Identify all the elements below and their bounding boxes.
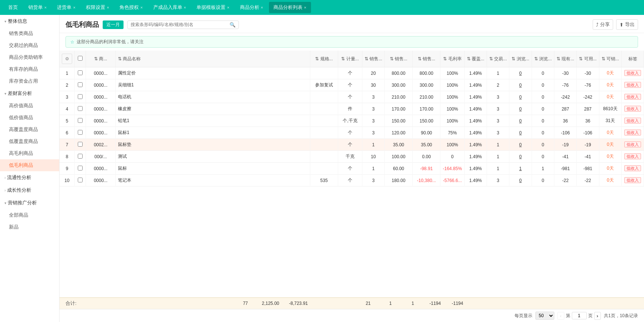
- nav-close-purchase[interactable]: ×: [73, 5, 75, 10]
- row-checkbox[interactable]: [78, 82, 83, 87]
- cell-view1[interactable]: 0: [509, 91, 532, 103]
- cell-check[interactable]: [75, 67, 86, 79]
- page-size-select[interactable]: 50 100 200: [535, 312, 554, 320]
- nav-close-permissions[interactable]: ×: [107, 5, 109, 10]
- cell-check[interactable]: [75, 115, 86, 127]
- nav-close-product-warehouse[interactable]: ×: [184, 5, 186, 10]
- cell-gross-rate: 100%: [440, 115, 464, 127]
- cell-sales-qty: 1: [362, 163, 384, 175]
- nav-close-analysis-list[interactable]: ×: [304, 5, 306, 10]
- row-checkbox[interactable]: [78, 178, 83, 182]
- prev-page-button[interactable]: ‹: [557, 312, 564, 320]
- cell-coverage: 1.49%: [464, 163, 487, 175]
- sidebar-item-low-gross[interactable]: 低毛利商品: [0, 159, 59, 171]
- nav-close-template[interactable]: ×: [227, 5, 229, 10]
- next-page-button[interactable]: ›: [594, 312, 601, 320]
- row-checkbox[interactable]: [78, 94, 83, 99]
- settings-icon[interactable]: ⚙: [62, 54, 72, 64]
- footer-sales-amt: 2,125.00: [257, 301, 285, 306]
- cell-check[interactable]: [75, 163, 86, 175]
- nav-close-analysis[interactable]: ×: [261, 5, 263, 10]
- view1-link[interactable]: 0: [519, 95, 522, 100]
- row-checkbox[interactable]: [78, 118, 83, 123]
- table-container[interactable]: ⚙ ⇅ 商... ⇅ 商品名称 ⇅ 规格...: [60, 51, 644, 297]
- cell-view1[interactable]: 0: [509, 151, 532, 163]
- sidebar-item-high-coverage[interactable]: 高覆盖度商品: [0, 124, 59, 136]
- cell-check[interactable]: [75, 151, 86, 163]
- nav-close-roles[interactable]: ×: [140, 5, 142, 10]
- view1-link[interactable]: 0: [519, 178, 522, 183]
- nav-product-warehouse[interactable]: 产成品入库单 ×: [149, 2, 190, 13]
- nav-analysis-list[interactable]: 商品分析列表 ×: [269, 2, 311, 13]
- period-button[interactable]: 近一月: [103, 20, 124, 29]
- cell-view1[interactable]: 0: [509, 115, 532, 127]
- sidebar-group-flow-title[interactable]: › 流通性分析: [0, 171, 59, 184]
- view1-link[interactable]: 1: [519, 166, 522, 171]
- cell-code: 0002...: [86, 139, 116, 151]
- sidebar-item-sales-products[interactable]: 销售类商品: [0, 28, 59, 39]
- chevron-down-icon-3: ▾: [4, 201, 6, 205]
- cell-view1[interactable]: 0: [509, 175, 532, 186]
- cell-view1[interactable]: 0: [509, 103, 532, 115]
- cell-check[interactable]: [75, 175, 86, 186]
- sidebar-group-growth-title[interactable]: › 成长性分析: [0, 184, 59, 197]
- cell-view1[interactable]: 0: [509, 127, 532, 139]
- select-all-checkbox[interactable]: [78, 56, 83, 61]
- cell-view1[interactable]: 0: [509, 67, 532, 79]
- col-header-check[interactable]: [75, 51, 86, 67]
- sidebar-item-category-sales-rate[interactable]: 商品分类助销率: [0, 51, 59, 63]
- search-input[interactable]: [131, 22, 230, 27]
- cell-code: 0000...: [86, 163, 116, 175]
- view1-link[interactable]: 0: [519, 142, 522, 147]
- sidebar-item-inventory-products[interactable]: 有库存的商品: [0, 63, 59, 75]
- cell-check[interactable]: [75, 127, 86, 139]
- nav-permissions[interactable]: 权限设置 ×: [81, 2, 113, 13]
- nav-purchase[interactable]: 进货单 ×: [52, 2, 80, 13]
- cell-code: 0000...: [86, 103, 116, 115]
- sidebar-item-low-value[interactable]: 低价值商品: [0, 112, 59, 124]
- view1-link[interactable]: 0: [519, 118, 522, 124]
- cell-view1[interactable]: 0: [509, 79, 532, 91]
- cell-view1[interactable]: 1: [509, 163, 532, 175]
- export-button[interactable]: ⬆ 导出: [616, 19, 638, 30]
- sidebar-item-high-value[interactable]: 高价值商品: [0, 100, 59, 112]
- view1-link[interactable]: 0: [519, 130, 522, 136]
- page-number-input[interactable]: [572, 312, 587, 319]
- cell-check[interactable]: [75, 103, 86, 115]
- nav-template[interactable]: 单据模板设置 ×: [192, 2, 234, 13]
- sidebar-item-low-coverage[interactable]: 低覆盖度商品: [0, 136, 59, 147]
- view1-link[interactable]: 0: [519, 83, 522, 88]
- cell-current: -41: [554, 151, 576, 163]
- sidebar-group-marketing-title[interactable]: ▾ 营销推广分析: [0, 197, 59, 209]
- row-checkbox[interactable]: [78, 130, 83, 135]
- cell-check[interactable]: [75, 139, 86, 151]
- nav-product-analysis[interactable]: 商品分析 ×: [236, 2, 267, 13]
- nav-roles[interactable]: 角色授权 ×: [115, 2, 147, 13]
- sidebar-group-wealth-title[interactable]: ▾ 差财富分析: [0, 87, 59, 100]
- row-checkbox[interactable]: [78, 106, 83, 111]
- cell-check[interactable]: [75, 79, 86, 91]
- nav-home[interactable]: 首页: [4, 2, 22, 13]
- view1-link[interactable]: 0: [519, 106, 522, 112]
- table-row: 5 0000... 铅笔1 个,千克 3 150.00 150.00 100% …: [60, 115, 644, 127]
- view1-link[interactable]: 0: [519, 71, 522, 76]
- row-checkbox[interactable]: [78, 142, 83, 147]
- sidebar-item-inventory-capital[interactable]: 库存资金占用: [0, 75, 59, 87]
- sidebar-item-new-products[interactable]: 新品: [0, 221, 59, 233]
- row-checkbox[interactable]: [78, 70, 83, 75]
- nav-close-sales[interactable]: ×: [44, 5, 47, 10]
- row-checkbox[interactable]: [78, 166, 83, 170]
- view1-link[interactable]: 0: [519, 154, 522, 159]
- row-checkbox[interactable]: [78, 154, 83, 159]
- cell-check[interactable]: [75, 91, 86, 103]
- sidebar-group-overall-title[interactable]: ▾ 整体信息: [0, 15, 59, 28]
- sidebar-item-all-products[interactable]: 全部商品: [0, 209, 59, 221]
- cell-name: 鼠标1: [116, 127, 310, 139]
- nav-sales[interactable]: 销货单 ×: [24, 2, 51, 13]
- sidebar-item-high-gross[interactable]: 高毛利商品: [0, 147, 59, 159]
- cell-coverage: 1.49%: [464, 127, 487, 139]
- sidebar-item-traded-products[interactable]: 交易过的商品: [0, 39, 59, 51]
- share-button[interactable]: ⤴ 分享: [593, 19, 613, 30]
- cell-view1[interactable]: 0: [509, 139, 532, 151]
- cell-sales-qty: 1: [362, 139, 384, 151]
